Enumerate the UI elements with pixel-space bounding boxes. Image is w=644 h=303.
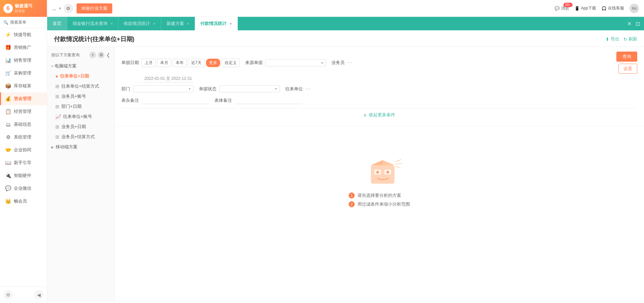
sidebar-item-hardware[interactable]: 🔌 智能硬件 xyxy=(0,169,47,182)
sidebar-item-purchase[interactable]: 🛒 采购管理 xyxy=(0,67,47,80)
filter-settings-btn[interactable]: 设置 xyxy=(618,64,637,74)
scheme-item-label: 往来单位+结算方式 xyxy=(61,83,99,89)
scheme-desktop-group-header[interactable]: ▾ 电脑端方案 xyxy=(47,61,114,71)
filter-body-note-item: 表体备注 xyxy=(214,96,302,104)
scheme-item-unit-settlement[interactable]: ⊞ 往来单位+结算方式 xyxy=(47,81,114,91)
scheme-item-label: 部门+日期 xyxy=(61,103,82,110)
sidebar-item-cooperation[interactable]: 🤝 企业协同 xyxy=(0,144,47,156)
scheme-item-table2-icon: ⊞ xyxy=(55,94,59,99)
sidebar-item-sales[interactable]: 📊 销售管理 xyxy=(0,54,47,67)
tab-bank-flow-close[interactable]: × xyxy=(111,22,113,26)
tab-new-scheme[interactable]: 新建方案 × xyxy=(161,17,195,30)
scheme-item-salesman-account[interactable]: ⊞ 业务员+账号 xyxy=(47,91,114,101)
scheme-item-salesman-settlement[interactable]: ⊞ 业务员+结算方式 xyxy=(47,132,114,142)
date-range-display[interactable]: 2022-01-01 至 2022-12-31 xyxy=(143,75,193,83)
scheme-item-label: 往来单位+日期 xyxy=(60,73,89,79)
tab-bank-flow-label: 现金银行流水查询 xyxy=(72,21,108,27)
sidebar-item-system[interactable]: ⚙ 系统管理 xyxy=(0,131,47,144)
refresh-btn[interactable]: ↻ 刷新 xyxy=(623,36,637,42)
collapse-more-btn[interactable]: ∧ 收起更多条件 xyxy=(121,108,637,121)
scheme-mobile-arrow-icon: ▶ xyxy=(51,145,54,149)
sidebar-item-capital[interactable]: 💰 资金管理 xyxy=(0,92,47,105)
tab-bar: 首页 现金银行流水查询 × 收款情况统计 × 新建方案 × 付款情况统计 × ✕… xyxy=(47,17,644,30)
filter-row-1: 单据日期 上月 本月 本年 近7天 更多 自定义 来源单据 xyxy=(121,52,637,74)
operations-icon: 📋 xyxy=(5,109,11,115)
sidebar-item-basic-info[interactable]: 🗂 基础信息 xyxy=(0,118,47,131)
hardware-icon: 🔌 xyxy=(5,173,11,179)
export-btn[interactable]: ⬆ 导出 xyxy=(606,36,619,42)
search-menu[interactable]: 🔍 搜索菜单 xyxy=(0,17,47,28)
user-avatar[interactable]: Rit xyxy=(630,4,639,13)
tab-payment-stats-close[interactable]: × xyxy=(230,22,232,26)
app-download-label: App下载 xyxy=(581,5,596,11)
tab-close-all-btn[interactable]: ✕ xyxy=(626,20,633,28)
tab-collection-stats[interactable]: 收款情况统计 × xyxy=(118,17,161,30)
scheme-panel: 按以下方案查询 + ⚙ ❮ ▾ 电脑端方案 ● 往来单位+日期 xyxy=(47,47,115,301)
sidebar-item-guide[interactable]: 📖 新手引导 xyxy=(0,156,47,169)
tab-new-scheme-close[interactable]: × xyxy=(187,22,189,26)
hint-text-2: 用过滤条件来缩小分析范围 xyxy=(357,201,410,207)
scheme-add-btn[interactable]: + xyxy=(89,52,96,58)
app-download-btn[interactable]: 📱 App下载 xyxy=(575,5,596,11)
tab-payment-stats[interactable]: 付款情况统计 × xyxy=(195,17,237,30)
trial-btn[interactable]: 体验行业方案 xyxy=(77,3,112,13)
content-body: 按以下方案查询 + ⚙ ❮ ▾ 电脑端方案 ● 往来单位+日期 xyxy=(47,47,644,301)
source-doc-select[interactable]: ▾ xyxy=(265,59,326,66)
salesman-more-btn[interactable]: ··· xyxy=(347,60,353,66)
cooperation-icon: 🤝 xyxy=(5,147,11,153)
filter-partner-item: 往来单位 ··· xyxy=(285,86,311,92)
filter-row-3: 表头备注 表体备注 xyxy=(121,96,637,104)
tab-collection-stats-close[interactable]: × xyxy=(153,22,155,26)
date-tab-custom[interactable]: 自定义 xyxy=(222,59,240,67)
date-tab-more[interactable]: 更多 xyxy=(206,59,220,67)
tab-bank-flow[interactable]: 现金银行流水查询 × xyxy=(67,17,118,30)
sales-icon: 📊 xyxy=(5,57,11,63)
svg-rect-0 xyxy=(371,165,394,184)
wechat-icon: 💬 xyxy=(5,185,11,191)
date-tab-this-year[interactable]: 本年 xyxy=(173,59,187,67)
search-menu-label: 搜索菜单 xyxy=(10,20,26,25)
sidebar-item-label: 经营管理 xyxy=(14,109,31,115)
sidebar-item-operations[interactable]: 📋 经营管理 xyxy=(0,105,47,118)
query-btn[interactable]: 查询 xyxy=(616,52,637,62)
sidebar-item-inventory[interactable]: 📦 库存核算 xyxy=(0,80,47,92)
export-label: 导出 xyxy=(611,36,619,42)
scheme-mobile-group-header[interactable]: ▶ 移动端方案 xyxy=(47,142,114,152)
scheme-item-unit-account[interactable]: 📈 往来单位+账号 xyxy=(47,112,114,122)
scheme-mobile-label: 移动端方案 xyxy=(56,144,78,150)
partner-more-btn[interactable]: ··· xyxy=(305,86,311,92)
scheme-item-label: 业务员+日期 xyxy=(61,124,86,130)
scheme-panel-collapse-btn[interactable]: ❮ xyxy=(106,52,110,58)
sidebar-item-quick-nav[interactable]: ⚡ 快捷导航 xyxy=(0,28,47,41)
date-tab-this-month[interactable]: 本月 xyxy=(157,59,171,67)
date-tab-last-month[interactable]: 上月 xyxy=(142,59,156,67)
sidebar-item-member[interactable]: 👑 畅会员 xyxy=(0,195,47,208)
scheme-item-dept-date[interactable]: ⊞ 部门+日期 xyxy=(47,101,114,112)
sidebar-item-label: 新手引导 xyxy=(14,160,31,166)
scheme-panel-header: 按以下方案查询 + ⚙ ❮ xyxy=(47,50,114,61)
doc-status-select[interactable]: ▾ xyxy=(219,85,280,92)
scheme-item-salesman-date[interactable]: ⊞ 业务员+日期 xyxy=(47,122,114,132)
tab-maximize-btn[interactable]: ⊡ xyxy=(634,20,641,28)
page-title: 付款情况统计(往来单位+日期) xyxy=(54,35,135,43)
headset-icon: 🎧 xyxy=(602,6,607,11)
tab-home[interactable]: 首页 xyxy=(47,17,67,30)
topbar-settings-btn[interactable]: ⚙ xyxy=(64,4,73,13)
scheme-item-table3-icon: ⊞ xyxy=(55,104,59,109)
scheme-desktop-arrow-icon: ▾ xyxy=(51,64,53,68)
sidebar-item-wechat[interactable]: 💬 企业微信 xyxy=(0,182,47,195)
sidebar-collapse-btn[interactable]: ◀ xyxy=(34,290,43,300)
date-tab-last-7days[interactable]: 近7天 xyxy=(188,59,205,67)
sidebar-item-label: 企业协同 xyxy=(14,147,31,153)
scheme-settings-btn[interactable]: ⚙ xyxy=(98,52,105,58)
body-note-input[interactable] xyxy=(235,96,302,104)
dept-select[interactable]: ▾ xyxy=(133,85,194,92)
messages-btn[interactable]: 💬 消息 99+ xyxy=(555,5,569,11)
sidebar-item-marketing[interactable]: 🎁 营销推广 xyxy=(0,41,47,54)
sidebar-settings-btn[interactable]: ⚙ xyxy=(3,290,13,300)
message-badge: 99+ xyxy=(563,3,573,7)
scheme-item-unit-date[interactable]: ● 往来单位+日期 xyxy=(47,71,114,81)
header-note-input[interactable] xyxy=(142,96,209,104)
scheme-item-active-icon: ● xyxy=(55,73,58,79)
online-service-btn[interactable]: 🎧 在线客服 xyxy=(602,5,624,11)
